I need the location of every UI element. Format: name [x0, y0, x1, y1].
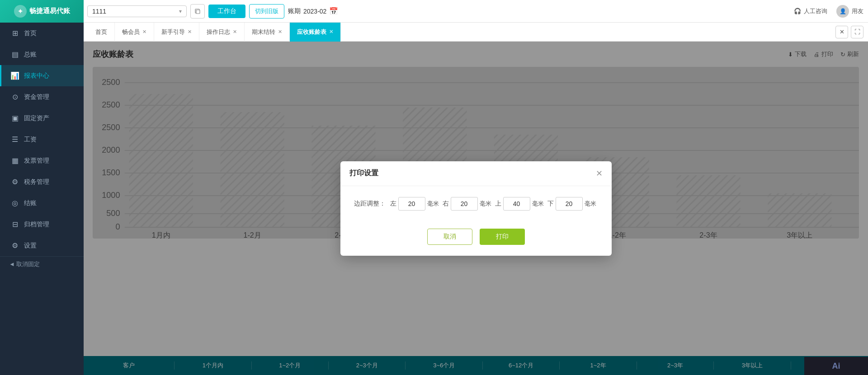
reports-icon: 📊	[10, 71, 19, 80]
user-label: 用友	[852, 7, 863, 15]
tab-period-close[interactable]: 期末结转 ✕	[245, 23, 290, 42]
assets-icon: ▣	[10, 114, 19, 122]
bottom-input[interactable]	[556, 197, 583, 211]
sidebar-item-label: 报表中心	[24, 72, 49, 80]
archive-icon: ⊟	[10, 220, 19, 229]
switch-old-button[interactable]: 切到旧版	[249, 4, 284, 19]
close-icon: ◎	[10, 199, 19, 207]
modal-close-button[interactable]: ✕	[596, 169, 603, 178]
collapse-label: ◄ 取消固定	[9, 260, 40, 268]
form-row-margins: 边距调整： 左 毫米 右	[354, 197, 598, 211]
sidebar-item-label: 归档管理	[24, 220, 49, 229]
logo-area: ✦ 畅捷通易代账	[0, 0, 84, 23]
print-settings-modal: 打印设置 ✕ 边距调整： 左 毫米	[340, 161, 612, 256]
margin-left-item: 左 毫米	[390, 197, 439, 211]
sidebar-item-close[interactable]: ◎ 结账	[0, 192, 84, 214]
bottom-unit: 毫米	[585, 200, 596, 208]
tab-member[interactable]: 畅会员 ✕	[115, 23, 154, 42]
tab-guide[interactable]: 新手引导 ✕	[154, 23, 199, 42]
tab-oplog[interactable]: 操作日志 ✕	[199, 23, 245, 42]
ledger-icon: ▤	[10, 50, 19, 59]
company-selector[interactable]: 1111 ▾	[87, 5, 187, 17]
content-area: 首页 畅会员 ✕ 新手引导 ✕ 操作日志 ✕ 期末结转 ✕	[84, 23, 868, 375]
page-content: 应收账龄表 ⬇ 下载 🖨 打印 ↻ 刷新	[84, 42, 868, 375]
margin-form-label: 边距调整：	[354, 200, 386, 208]
logo-text: 畅捷通易代账	[29, 7, 70, 15]
avatar-icon: 👤	[840, 8, 846, 14]
tab-home[interactable]: 首页	[88, 23, 115, 42]
period-value: 2023-02	[303, 8, 326, 15]
payroll-icon: ☰	[10, 135, 19, 144]
tax-icon: ⚙	[10, 178, 19, 186]
tab-ar-aging[interactable]: 应收账龄表 ✕	[290, 23, 341, 42]
consult-button[interactable]: 🎧 人工咨询	[794, 7, 827, 15]
modal-body: 边距调整： 左 毫米 右	[340, 186, 612, 221]
sidebar-item-funds[interactable]: ⊙ 资金管理	[0, 86, 84, 108]
right-input[interactable]	[451, 197, 478, 211]
margin-bottom-item: 下 毫米	[547, 197, 596, 211]
avatar: 👤	[836, 5, 849, 18]
funds-icon: ⊙	[10, 93, 19, 101]
right-unit: 毫米	[480, 200, 491, 208]
sidebar-item-label: 税务管理	[24, 178, 49, 186]
sidebar-item-home[interactable]: ⊞ 首页	[0, 23, 84, 44]
sidebar-item-label: 固定资产	[24, 114, 49, 122]
left-unit: 毫米	[427, 200, 439, 208]
sidebar-item-ledger[interactable]: ▤ 总账	[0, 44, 84, 65]
modal-header: 打印设置 ✕	[340, 161, 612, 186]
period-area: 账期 2023-02 📅	[288, 7, 338, 15]
headset-icon: 🎧	[794, 8, 801, 14]
company-name: 1111	[92, 8, 176, 15]
modal-title: 打印设置	[349, 169, 378, 178]
tab-close-all-btn[interactable]: ✕	[835, 26, 848, 38]
top-input[interactable]	[503, 197, 530, 211]
invoice-icon: ▦	[10, 156, 19, 165]
svg-rect-1	[196, 10, 200, 14]
margin-group: 左 毫米 右 毫米	[390, 197, 596, 211]
tab-period-close-close[interactable]: ✕	[278, 29, 282, 35]
tab-guide-close[interactable]: ✕	[188, 29, 192, 35]
tab-ar-aging-label: 应收账龄表	[297, 28, 326, 36]
tab-home-label: 首页	[95, 28, 107, 36]
sidebar-item-reports[interactable]: 📊 报表中心	[0, 65, 84, 86]
tab-guide-label: 新手引导	[161, 28, 185, 36]
sidebar-item-label: 总账	[24, 51, 37, 59]
sidebar-item-tax[interactable]: ⚙ 税务管理	[0, 171, 84, 192]
copy-icon	[194, 8, 201, 15]
cancel-button[interactable]: 取消	[427, 229, 472, 245]
sidebar-item-payroll[interactable]: ☰ 工资	[0, 129, 84, 150]
bottom-label: 下	[547, 200, 554, 208]
tab-member-close[interactable]: ✕	[142, 29, 146, 35]
tabs-bar: 首页 畅会员 ✕ 新手引导 ✕ 操作日志 ✕ 期末结转 ✕	[84, 23, 868, 42]
print-confirm-button[interactable]: 打印	[480, 229, 525, 245]
settings-icon: ⚙	[10, 241, 19, 250]
workbench-button[interactable]: 工作台	[208, 5, 245, 18]
calendar-icon[interactable]: 📅	[329, 7, 338, 15]
sidebar-item-assets[interactable]: ▣ 固定资产	[0, 108, 84, 129]
tab-ar-aging-close[interactable]: ✕	[329, 29, 333, 35]
tab-oplog-label: 操作日志	[207, 28, 230, 36]
modal-overlay: 打印设置 ✕ 边距调整： 左 毫米	[84, 42, 868, 375]
tab-oplog-close[interactable]: ✕	[233, 29, 237, 35]
sidebar-collapse-btn[interactable]: ◄ 取消固定	[0, 256, 84, 272]
margin-top-item: 上 毫米	[495, 197, 544, 211]
sidebar-item-settings[interactable]: ⚙ 设置	[0, 235, 84, 256]
sidebar-item-invoice[interactable]: ▦ 发票管理	[0, 150, 84, 171]
tab-maximize-btn[interactable]: ⛶	[851, 26, 863, 38]
user-area[interactable]: 👤 用友	[836, 5, 863, 18]
tab-period-close-label: 期末结转	[252, 28, 275, 36]
sidebar-item-label: 发票管理	[24, 157, 49, 165]
top-header: ✦ 畅捷通易代账 1111 ▾ 工作台 切到旧版 账期 2023-02 📅 🎧 …	[0, 0, 868, 23]
sidebar-item-archive[interactable]: ⊟ 归档管理	[0, 214, 84, 235]
copy-icon-btn[interactable]	[190, 4, 205, 19]
tabs-right: ✕ ⛶	[835, 26, 863, 38]
modal-footer: 取消 打印	[340, 221, 612, 256]
sidebar-item-label: 结账	[24, 199, 37, 207]
chevron-down-icon: ▾	[179, 8, 182, 14]
period-label: 账期	[288, 7, 301, 15]
main-layout: ⊞ 首页 ▤ 总账 📊 报表中心 ⊙ 资金管理 ▣ 固定资产 ☰ 工资	[0, 23, 868, 375]
sidebar-item-label: 工资	[24, 136, 37, 144]
top-unit: 毫米	[532, 200, 544, 208]
top-label: 上	[495, 200, 501, 208]
left-input[interactable]	[398, 197, 425, 211]
